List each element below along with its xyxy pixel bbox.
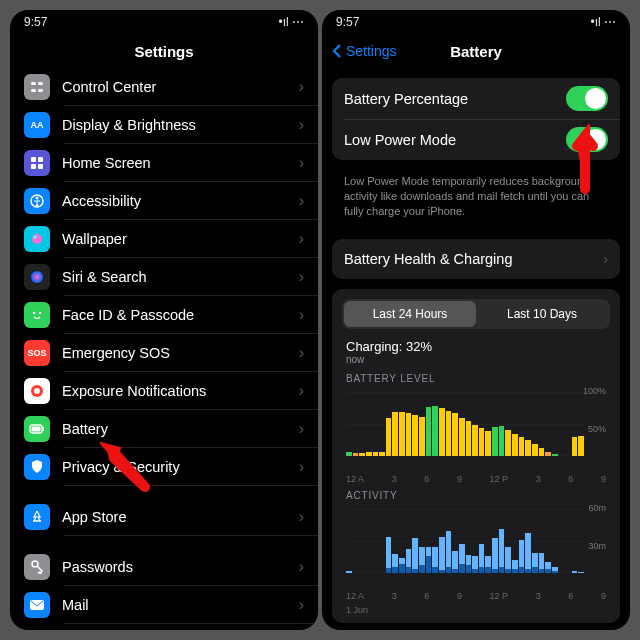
row-label: Display & Brightness — [62, 117, 299, 133]
chevron-right-icon: › — [299, 458, 304, 476]
segment-10d[interactable]: Last 10 Days — [476, 301, 608, 327]
page-title: Battery — [450, 43, 502, 60]
svg-rect-4 — [31, 157, 36, 162]
settings-row[interactable]: Accessibility› — [10, 182, 318, 220]
row-label: App Store — [62, 509, 299, 525]
chart-battery-level: 100% 50% — [346, 388, 606, 470]
chart-activity: 60m 30m — [346, 505, 606, 587]
toggle-low-power-mode[interactable] — [566, 127, 608, 152]
settings-row[interactable]: Privacy & Security› — [10, 448, 318, 486]
svg-point-9 — [36, 197, 39, 200]
settings-row[interactable]: Face ID & Passcode› — [10, 296, 318, 334]
chevron-right-icon: › — [299, 558, 304, 576]
chevron-right-icon: › — [603, 251, 608, 267]
row-label: Accessibility — [62, 193, 299, 209]
charging-status: Charging: 32% — [332, 339, 620, 354]
svg-point-13 — [33, 312, 36, 315]
row-label: Home Screen — [62, 155, 299, 171]
chevron-right-icon: › — [299, 306, 304, 324]
row-icon — [24, 378, 50, 404]
row-label: Siri & Search — [62, 269, 299, 285]
row-icon — [24, 554, 50, 580]
status-icons: •ıl ⋯ — [590, 15, 616, 29]
svg-rect-7 — [38, 164, 43, 169]
row-icon: AA — [24, 112, 50, 138]
svg-point-12 — [31, 271, 43, 283]
chevron-right-icon: › — [299, 116, 304, 134]
chart-title-activity: ACTIVITY — [332, 488, 620, 503]
label: Battery Health & Charging — [344, 251, 603, 267]
row-label: Emergency SOS — [62, 345, 299, 361]
svg-rect-6 — [31, 164, 36, 169]
page-title: Settings — [10, 34, 318, 68]
row-label: Mail — [62, 597, 299, 613]
settings-row[interactable]: AADisplay & Brightness› — [10, 106, 318, 144]
svg-rect-2 — [31, 89, 36, 92]
svg-point-14 — [39, 312, 42, 315]
row-low-power-mode[interactable]: Low Power Mode — [332, 119, 620, 160]
settings-row[interactable]: Battery› — [10, 410, 318, 448]
svg-point-16 — [34, 388, 40, 394]
svg-rect-18 — [42, 427, 44, 431]
settings-row[interactable]: Home Screen› — [10, 144, 318, 182]
label: Low Power Mode — [344, 132, 566, 148]
chevron-right-icon: › — [299, 596, 304, 614]
status-bar: 9:57 •ıl ⋯ — [10, 10, 318, 34]
settings-row[interactable]: Wallpaper› — [10, 220, 318, 258]
svg-point-10 — [32, 234, 42, 244]
settings-row[interactable]: Passwords› — [10, 548, 318, 586]
settings-row[interactable]: Siri & Search› — [10, 258, 318, 296]
chevron-right-icon: › — [299, 508, 304, 526]
ylab: 50% — [588, 424, 606, 434]
row-battery-health[interactable]: Battery Health & Charging › — [332, 239, 620, 279]
chart-title-battery-level: BATTERY LEVEL — [332, 371, 620, 386]
status-icons: •ıl ⋯ — [278, 15, 304, 29]
row-icon — [24, 416, 50, 442]
battery-screen: 9:57 •ıl ⋯ Settings Battery Battery Perc… — [322, 10, 630, 630]
settings-row[interactable]: Exposure Notifications› — [10, 372, 318, 410]
row-label: Face ID & Passcode — [62, 307, 299, 323]
chevron-right-icon: › — [299, 382, 304, 400]
row-label: Battery — [62, 421, 299, 437]
row-label: Control Center — [62, 79, 299, 95]
row-icon — [24, 264, 50, 290]
row-icon — [24, 188, 50, 214]
settings-row[interactable]: Contacts› — [10, 624, 318, 630]
svg-rect-3 — [38, 89, 43, 92]
chevron-right-icon: › — [299, 268, 304, 286]
toggle-battery-percentage[interactable] — [566, 86, 608, 111]
back-button[interactable]: Settings — [332, 43, 396, 59]
chevron-right-icon: › — [299, 192, 304, 210]
date-label: 1 Jun — [332, 605, 620, 615]
back-label: Settings — [346, 43, 397, 59]
status-bar: 9:57 •ıl ⋯ — [322, 10, 630, 34]
row-icon — [24, 592, 50, 618]
settings-screen: 9:57 •ıl ⋯ Settings Control Center›AADis… — [10, 10, 318, 630]
chevron-right-icon: › — [299, 154, 304, 172]
settings-row[interactable]: Control Center› — [10, 68, 318, 106]
row-label: Exposure Notifications — [62, 383, 299, 399]
row-icon — [24, 454, 50, 480]
chevron-right-icon: › — [299, 230, 304, 248]
chevron-right-icon: › — [299, 420, 304, 438]
row-icon — [24, 226, 50, 252]
chevron-right-icon: › — [299, 78, 304, 96]
row-icon — [24, 504, 50, 530]
svg-point-11 — [33, 235, 37, 239]
status-time: 9:57 — [24, 15, 47, 29]
svg-rect-5 — [38, 157, 43, 162]
svg-rect-0 — [31, 82, 36, 85]
segment-24h[interactable]: Last 24 Hours — [344, 301, 476, 327]
settings-row[interactable]: App Store› — [10, 498, 318, 536]
settings-row[interactable]: SOSEmergency SOS› — [10, 334, 318, 372]
settings-row[interactable]: Mail› — [10, 586, 318, 624]
label: Battery Percentage — [344, 91, 566, 107]
row-icon: SOS — [24, 340, 50, 366]
row-battery-percentage[interactable]: Battery Percentage — [332, 78, 620, 119]
svg-rect-1 — [38, 82, 43, 85]
lpm-footnote: Low Power Mode temporarily reduces backg… — [322, 170, 630, 229]
charging-sub: now — [332, 354, 620, 371]
time-range-segment[interactable]: Last 24 Hours Last 10 Days — [342, 299, 610, 329]
ylab: 100% — [583, 386, 606, 396]
ylab: 30m — [588, 541, 606, 551]
